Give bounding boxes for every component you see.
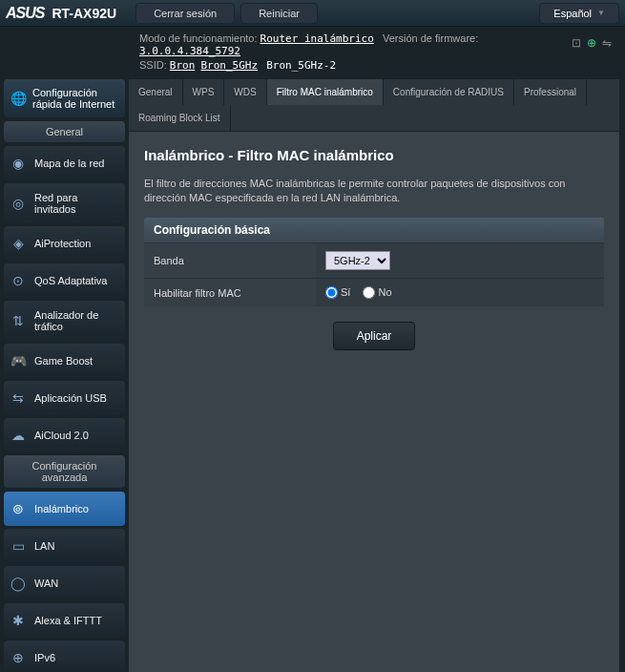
status-icon-2[interactable]: ⊕	[587, 36, 596, 50]
sidebar-item-inal-mbrico[interactable]: ⊚Inalámbrico	[4, 492, 125, 526]
tab-professional[interactable]: Professional	[514, 79, 587, 105]
mode-label: Modo de funcionamiento:	[139, 32, 258, 44]
tab-bar: GeneralWPSWDSFiltro MAC inalámbricoConfi…	[129, 79, 619, 132]
sidebar-item-icon-6: ⇆	[10, 389, 27, 407]
logout-button[interactable]: Cerrar sesión	[135, 3, 235, 24]
tab-roaming-block-list[interactable]: Roaming Block List	[129, 105, 231, 131]
status-icon-1[interactable]: ⊡	[572, 36, 581, 50]
sidebar-item-alexa-ifttt[interactable]: ✱Alexa & IFTTT	[4, 603, 125, 638]
sidebar-item-red-para-invitados[interactable]: ◎Red para invitados	[4, 183, 125, 223]
sidebar-item-lan[interactable]: ▭LAN	[4, 529, 125, 563]
sidebar-item-icon-7: ☁	[10, 427, 27, 444]
mode-value[interactable]: Router inalámbrico	[260, 32, 374, 45]
language-selector[interactable]: Español	[539, 3, 619, 24]
page-description: El filtro de direcciones MAC inalámbrica…	[144, 177, 604, 206]
sidebar-item-icon-5: 🎮	[10, 352, 27, 369]
sidebar-item-icon-4: ⊕	[10, 649, 27, 666]
sidebar-item-icon-3: ✱	[10, 612, 27, 629]
brand-logo: ASUS	[6, 5, 44, 22]
quick-setup-button[interactable]: 🌐 Configuración rápida de Internet	[4, 79, 125, 117]
sidebar-item-icon-4: ⇅	[10, 312, 27, 329]
sidebar-item-game-boost[interactable]: 🎮Game Boost	[4, 344, 125, 378]
tab-wds[interactable]: WDS	[224, 79, 266, 105]
sidebar-item-icon-2: ◯	[10, 575, 27, 592]
page-title: Inalámbrico - Filtro MAC inalámbrico	[144, 147, 604, 163]
sidebar-item-aplicaci-n-usb[interactable]: ⇆Aplicación USB	[4, 381, 125, 415]
ssid-3: Bron_5GHz-2	[266, 59, 336, 72]
sidebar-item-aiprotection[interactable]: ◈AiProtection	[4, 226, 125, 261]
sidebar-item-icon-1: ◎	[10, 195, 27, 212]
advanced-section-header: Configuración avanzada	[4, 455, 125, 488]
band-label: Banda	[144, 242, 316, 278]
reboot-button[interactable]: Reiniciar	[240, 3, 318, 24]
sidebar: 🌐 Configuración rápida de Internet Gener…	[0, 79, 129, 672]
sidebar-item-analizador-de-tr-fico[interactable]: ⇅Analizador de tráfico	[4, 301, 125, 341]
enable-mac-label: Habilitar filtro MAC	[144, 278, 316, 306]
info-bar: Modo de funcionamiento: Router inalámbri…	[0, 27, 625, 79]
section-header: Configuración básica	[144, 218, 604, 242]
tab-general[interactable]: General	[129, 79, 183, 105]
sidebar-item-qos-adaptativa[interactable]: ⊙QoS Adaptativa	[4, 263, 125, 298]
band-select[interactable]: 5GHz-2	[325, 251, 390, 270]
sidebar-item-icon-0: ⊚	[10, 500, 27, 517]
sidebar-item-icon-0: ◉	[10, 155, 27, 172]
sidebar-item-mapa-de-la-red[interactable]: ◉Mapa de la red	[4, 146, 125, 180]
sidebar-item-icon-3: ⊙	[10, 272, 27, 289]
status-icon-usb[interactable]: ⇋	[602, 36, 612, 50]
enable-no-option[interactable]: No	[363, 286, 391, 298]
sidebar-item-aicloud-2-0[interactable]: ☁AiCloud 2.0	[4, 418, 125, 452]
tab-filtro-mac-inal-mbrico[interactable]: Filtro MAC inalámbrico	[267, 79, 384, 105]
general-section-header: General	[4, 121, 125, 142]
tab-configuraci-n-de-radius[interactable]: Configuración de RADIUS	[384, 79, 514, 105]
ssid-label: SSID:	[139, 59, 167, 71]
sidebar-item-ipv6[interactable]: ⊕IPv6	[4, 640, 125, 672]
sidebar-item-icon-2: ◈	[10, 235, 27, 252]
enable-yes-option[interactable]: Sí	[325, 286, 350, 298]
ssid-2[interactable]: Bron_5GHz	[200, 59, 258, 72]
firmware-value[interactable]: 3.0.0.4.384_5792	[139, 45, 240, 57]
main-panel: GeneralWPSWDSFiltro MAC inalámbricoConfi…	[129, 79, 619, 672]
model-name: RT-AX92U	[52, 6, 116, 21]
apply-button[interactable]: Aplicar	[333, 322, 416, 350]
sidebar-item-wan[interactable]: ◯WAN	[4, 566, 125, 600]
sidebar-item-icon-1: ▭	[10, 537, 27, 555]
tab-wps[interactable]: WPS	[183, 79, 225, 105]
firmware-label: Versión de firmware:	[383, 32, 478, 44]
ssid-1[interactable]: Bron	[170, 59, 196, 72]
globe-icon: 🌐	[10, 90, 27, 107]
